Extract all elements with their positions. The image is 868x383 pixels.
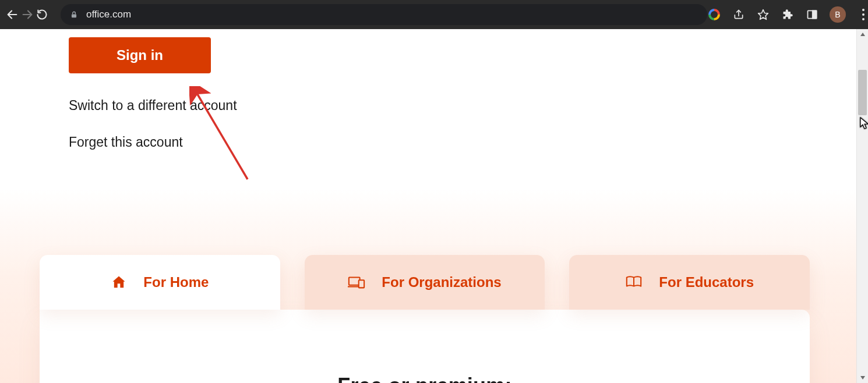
address-bar[interactable]: office.com [61,4,707,25]
tab-for-educators[interactable]: For Educators [569,255,810,310]
forward-button[interactable] [21,5,34,24]
svg-marker-4 [758,10,768,20]
lock-icon [70,10,78,19]
viewport: Sign in Switch to a different account Fo… [0,29,868,383]
panel-icon[interactable] [805,8,819,22]
share-icon[interactable] [732,8,746,22]
star-icon[interactable] [756,8,770,22]
tab-label: For Organizations [382,274,501,290]
home-icon [111,274,127,290]
scroll-down-button[interactable] [857,373,868,383]
kebab-menu-icon[interactable] [856,8,868,22]
plan-panel: Free or premium: Microsoft 365 has you c… [40,310,810,383]
tab-label: For Home [143,274,209,290]
avatar-initial: B [835,10,840,19]
devices-icon [348,275,365,289]
svg-rect-2 [72,14,76,17]
switch-account-link[interactable]: Switch to a different account [69,98,856,114]
profile-avatar[interactable]: B [830,6,846,23]
mouse-cursor-icon [859,116,868,133]
plans-section: For Home For Organizations For Educators… [40,255,810,383]
page-content: Sign in Switch to a different account Fo… [0,29,856,383]
book-icon [625,275,643,290]
vertical-scrollbar[interactable] [856,29,868,383]
signin-section: Sign in Switch to a different account Fo… [0,29,856,150]
toolbar-right: B [707,6,868,23]
google-icon[interactable] [707,8,721,22]
svg-marker-13 [860,33,865,36]
reload-button[interactable] [36,5,48,24]
svg-marker-14 [860,376,865,380]
tab-for-home[interactable]: For Home [40,255,280,310]
svg-rect-11 [359,280,364,288]
plan-tabs: For Home For Organizations For Educators [40,255,810,310]
url-text: office.com [86,9,131,20]
sign-in-button[interactable]: Sign in [69,37,211,73]
back-button[interactable] [6,5,19,24]
browser-toolbar: office.com B [0,0,868,29]
svg-rect-7 [813,10,817,18]
extensions-icon[interactable] [781,8,795,22]
scroll-up-button[interactable] [857,29,868,40]
forget-account-link[interactable]: Forget this account [69,134,856,150]
hero-line-1: Free or premium: [40,374,810,383]
tab-for-organizations[interactable]: For Organizations [305,255,545,310]
tab-label: For Educators [659,274,754,290]
scroll-thumb[interactable] [858,70,867,115]
